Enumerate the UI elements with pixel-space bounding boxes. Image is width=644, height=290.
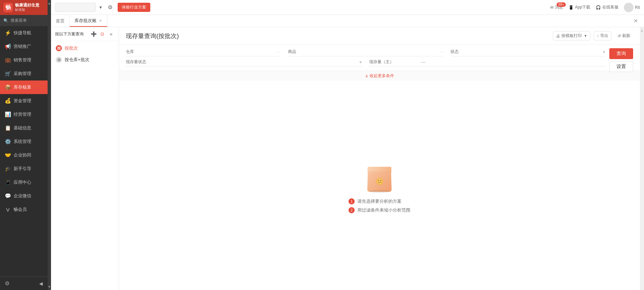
topbar-dropdown-arrow[interactable]: ▼ — [99, 5, 103, 10]
finance-icon: 💰 — [5, 98, 11, 104]
schema-settings-button[interactable]: ⊙ — [99, 31, 106, 37]
empty-illustration: 😕 — [362, 158, 396, 192]
filter-row-1: 仓库 ··· 商品 ··· 状态 ▼ — [126, 49, 606, 56]
apps-icon: 📱 — [5, 179, 11, 185]
sidebar-item-finance[interactable]: 💰 资金管理 — [0, 94, 48, 108]
right-scroll-up[interactable]: ▲ — [640, 29, 644, 32]
print-button[interactable]: 🖨 按模板打印 ▼ — [553, 31, 590, 40]
product-browse-icon[interactable]: ··· — [439, 49, 444, 54]
sidebar-item-inventory[interactable]: 📦 库存核算 — [0, 80, 48, 94]
export-icon: ↑ — [597, 34, 599, 38]
sidebar-item-sales[interactable]: 💼 销售管理 — [0, 53, 48, 67]
empty-steps: 1 请先选择要分析的方案 2 用过滤条件来缩小分析范围 — [349, 198, 410, 213]
warehouse-filter: 仓库 ··· — [126, 49, 281, 56]
schema-list: 按 按批次 ⊙ 按仓库+批次 — [51, 41, 119, 290]
refresh-button[interactable]: ↺ 刷新 — [615, 32, 633, 40]
settings-button[interactable]: 设置 — [609, 61, 633, 72]
basic-label: 基础信息 — [14, 125, 31, 131]
basic-icon: 📋 — [5, 125, 11, 131]
add-schema-button[interactable]: ➕ — [90, 31, 97, 37]
app-download-icon: 📱 — [569, 5, 574, 10]
empty-state: 😕 1 请先选择要分析的方案 2 用过滤条件来缩小分析范围 — [119, 81, 640, 290]
query-button[interactable]: 查询 — [609, 48, 633, 59]
system-icon: ⚙️ — [5, 139, 11, 145]
tab-close-icon[interactable]: × — [99, 18, 102, 24]
box-shadow — [369, 190, 390, 193]
app-download-button[interactable]: 📱 App下载 — [569, 4, 590, 10]
warehouse-browse-icon[interactable]: ··· — [276, 49, 281, 54]
messages-button[interactable]: ✉ 消息 99+ — [550, 4, 563, 10]
plus-icon: ➕ — [91, 31, 97, 37]
collapse-panel-button[interactable]: « — [108, 31, 115, 37]
trial-button[interactable]: 体验行业方案 — [118, 3, 150, 12]
member-label: 畅会员 — [14, 206, 27, 213]
stock-status-input[interactable] — [148, 60, 357, 65]
sidebar-search[interactable]: 🔍 搜索菜单 — [0, 15, 48, 26]
sidebar-settings-icon[interactable]: ⚙ — [5, 280, 10, 287]
sidebar-item-enterprise[interactable]: 🤝 企业协同 — [0, 148, 48, 162]
inventory-icon: 📦 — [5, 84, 11, 90]
purchase-icon: 🛒 — [5, 71, 11, 77]
sidebar-item-system[interactable]: ⚙️ 系统管理 — [0, 135, 48, 148]
panel-close-button[interactable]: ✕ — [631, 16, 641, 25]
stock-qty-dash: — — [420, 59, 427, 65]
sidebar-item-member[interactable]: V 畅会员 — [0, 203, 48, 216]
main-panel: 现存量查询(按批次) 🖨 按模板打印 ▼ ↑ 导出 ↺ 刷新 — [119, 27, 640, 290]
status-dropdown-arrow[interactable]: ▼ — [602, 50, 606, 54]
online-service-button[interactable]: 🎧 在线客服 — [596, 4, 618, 10]
user-avatar — [624, 3, 633, 12]
sidebar-item-operations[interactable]: 📊 经营管理 — [0, 108, 48, 121]
system-label: 系统管理 — [14, 139, 31, 145]
page-actions: 🖨 按模板打印 ▼ ↑ 导出 ↺ 刷新 — [553, 31, 633, 40]
filter-main: 仓库 ··· 商品 ··· 状态 ▼ — [119, 45, 640, 71]
sidebar-item-weixin[interactable]: 💬 企业微信 — [0, 189, 48, 203]
finance-label: 资金管理 — [14, 98, 31, 104]
purchase-label: 采购管理 — [14, 71, 31, 77]
topbar-settings-icon[interactable]: ⚙ — [105, 3, 115, 12]
user-menu[interactable]: Rit — [624, 3, 640, 12]
tab-inventory-batch[interactable]: 库存批次账 × — [70, 15, 107, 27]
sidebar-collapse-icon[interactable]: ◀ — [39, 281, 43, 286]
weixin-icon: 💬 — [5, 193, 11, 199]
inventory-label: 库存核算 — [14, 84, 31, 90]
search-label: 搜索菜单 — [11, 18, 27, 23]
company-info: 畅康通好生意 标准版 — [15, 3, 44, 12]
warehouse-label: 仓库 — [126, 49, 146, 55]
print-label: 按模板打印 — [561, 33, 582, 39]
sidebar-item-quick-nav[interactable]: ⚡ 快捷导航 — [0, 26, 48, 40]
sidebar-item-purchase[interactable]: 🛒 采购管理 — [0, 67, 48, 80]
collapse-bar[interactable]: ∧ 收起更多条件 — [119, 71, 640, 81]
batch-schema-icon: 按 — [56, 45, 62, 51]
batch-schema-label: 按批次 — [65, 45, 78, 51]
marketing-icon: 📢 — [5, 43, 11, 50]
print-dropdown-arrow[interactable]: ▼ — [584, 34, 587, 38]
export-button[interactable]: ↑ 导出 — [594, 31, 611, 40]
refresh-icon: ↺ — [617, 34, 621, 38]
headset-icon: 🎧 — [596, 5, 601, 10]
schema-item-by-batch[interactable]: 按 按批次 — [51, 42, 119, 54]
user-name: Rit — [635, 5, 640, 10]
sidebar-scroll-up[interactable]: ▲ — [48, 1, 51, 5]
marketing-label: 营销推广 — [14, 43, 31, 50]
sidebar-item-basic[interactable]: 📋 基础信息 — [0, 121, 48, 135]
sidebar-item-apps[interactable]: 📱 应用中心 — [0, 176, 48, 189]
sidebar-scroll-down[interactable]: ▼ — [48, 285, 51, 289]
product-filter: 商品 ··· — [288, 49, 443, 56]
quick-nav-label: 快捷导航 — [14, 30, 31, 36]
status-input[interactable] — [472, 50, 601, 54]
online-service-label: 在线客服 — [602, 4, 618, 10]
warehouse-input[interactable] — [148, 50, 275, 54]
product-input[interactable] — [310, 50, 437, 54]
warehouse-batch-schema-label: 按仓库+批次 — [65, 57, 89, 63]
app-download-label: App下载 — [575, 4, 590, 10]
stock-qty-max-input[interactable] — [428, 60, 455, 65]
tab-extra: ✕ — [631, 15, 644, 27]
sidebar-item-marketing[interactable]: 📢 营销推广 — [0, 40, 48, 53]
enterprise-label: 企业协同 — [14, 152, 31, 158]
tab-home[interactable]: 首页 — [51, 15, 70, 27]
sidebar-item-newbie[interactable]: 🎓 新手引导 — [0, 162, 48, 176]
schema-item-by-warehouse-batch[interactable]: ⊙ 按仓库+批次 — [51, 54, 119, 66]
stock-status-dropdown-arrow[interactable]: ▼ — [359, 60, 362, 64]
step-2-number: 2 — [349, 207, 355, 213]
stock-qty-min-input[interactable] — [391, 60, 418, 65]
